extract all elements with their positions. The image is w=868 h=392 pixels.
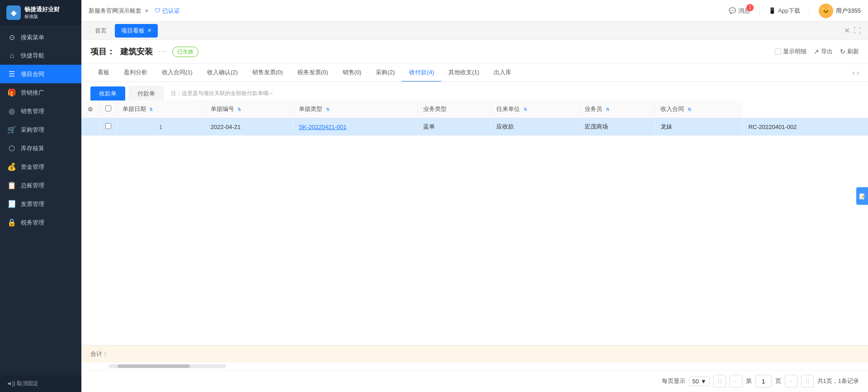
doc-no-link[interactable]: SK-20220421-001 [299, 124, 347, 130]
sidebar-unpin-btn[interactable]: ◄)) 取消固定 [0, 375, 81, 392]
project-status-badge: 已生效 [172, 47, 198, 57]
search-icon: ⊙ [7, 33, 16, 42]
th-biz-type: 业务类型 [417, 100, 491, 118]
maximize-window-btn[interactable]: ⛶ [854, 27, 861, 35]
show-detail-checkbox[interactable]: 显示明细 [775, 48, 807, 56]
select-all-checkbox[interactable] [105, 105, 111, 111]
th-salesman[interactable]: 业务员 ⇅ [579, 100, 655, 118]
first-page-btn[interactable]: ⟨⟨ [713, 375, 726, 387]
project-more-icon[interactable]: ··· [158, 48, 167, 56]
page-content: 项目： 建筑安装 ··· 已生效 显示明细 ↗ 导出 ↻ 刷新 [81, 40, 868, 392]
export-icon: ↗ [814, 48, 819, 55]
sub-tab-kanban[interactable]: 看板 [90, 64, 117, 82]
page-size-arrow-icon: ▼ [701, 378, 707, 385]
certified-label: 已认证 [162, 7, 180, 15]
total-info: 共1页，1条记录 [817, 377, 859, 385]
app-download-label: App下载 [778, 7, 800, 15]
fund-icon: 💰 [7, 163, 16, 171]
inventory-icon: ⬡ [7, 144, 16, 153]
sort-icon-4: ⇅ [524, 107, 527, 112]
sidebar-item-quick-nav[interactable]: ⌂ 快捷导航 [0, 47, 81, 65]
prev-tab-icon[interactable]: ‹ [852, 69, 854, 77]
scrollbar-area [81, 363, 868, 370]
logo-text: 畅捷通好业财 标准版 [24, 6, 60, 19]
sub-tab-income-confirm[interactable]: 收入确认(2) [200, 64, 245, 82]
sidebar-item-label: 税务管理 [21, 219, 44, 227]
workspace-name: 新服务官网演示账套 [89, 7, 142, 15]
sidebar-item-project-contract[interactable]: ☰ 项目合同 [0, 65, 81, 83]
top-header: 新服务官网演示账套 ▼ 🛡 已认证 💬 消息 1 📱 App下载 🐱 [81, 0, 868, 22]
sidebar-item-label: 发票管理 [21, 200, 44, 208]
export-btn[interactable]: ↗ 导出 [814, 48, 833, 56]
page-number-input[interactable] [755, 375, 772, 387]
sub-tab-kanban-label: 看板 [98, 69, 109, 76]
tab-home[interactable]: 首页 [89, 24, 113, 38]
prev-page-btn[interactable]: ‹ [730, 375, 742, 387]
sales-icon: ◎ [7, 107, 16, 115]
sub-tab-profit-label: 盈利分析 [124, 69, 147, 76]
close-window-btn[interactable]: ✕ [844, 26, 850, 35]
th-checkbox[interactable] [99, 100, 117, 118]
th-doc-no[interactable]: 单据编号 ⇅ [205, 100, 293, 118]
sub-tab-income-contract[interactable]: 收入合同(1) [155, 64, 200, 82]
next-page-btn[interactable]: › [785, 375, 797, 387]
last-page-btn[interactable]: ⟩⟩ [801, 375, 814, 387]
td-checkbox[interactable] [99, 118, 117, 136]
svg-text:🐱: 🐱 [821, 6, 830, 15]
sub-tab-sales-invoice[interactable]: 销售发票(0) [245, 64, 290, 82]
messages-btn[interactable]: 💬 消息 1 [729, 7, 750, 15]
th-income-contract[interactable]: 收入合同 ⇅ [655, 100, 743, 118]
sidebar-item-marketing[interactable]: 🎁 营销推广 [0, 83, 81, 102]
page-size-select[interactable]: 50 ▼ [689, 377, 709, 386]
page-unit: 页 [775, 377, 781, 385]
th-doc-type[interactable]: 单据类型 ⇅ [293, 100, 417, 118]
sub-tab-other-income[interactable]: 其他收支(1) [441, 64, 486, 82]
workspace-selector[interactable]: 新服务官网演示账套 ▼ [89, 7, 149, 15]
sidebar-item-label: 营销推广 [21, 89, 44, 97]
sidebar-item-ledger-mgmt[interactable]: 📋 总账管理 [0, 176, 81, 195]
sidebar-item-label: 采购管理 [21, 126, 44, 134]
inner-tabs: 收款单 付款单 注：这里是与项目关联的全部收付款单哦～ [81, 82, 868, 100]
sidebar-item-inventory[interactable]: ⬡ 库存核算 [0, 139, 81, 158]
app-download-btn[interactable]: 📱 App下载 [769, 7, 800, 15]
sidebar-item-tax-mgmt[interactable]: 🔒 税务管理 [0, 213, 81, 232]
tab-project-board[interactable]: 项目看板 ✕ [115, 24, 158, 38]
refresh-label: 刷新 [847, 48, 859, 56]
th-settings[interactable]: ⚙ [81, 100, 99, 118]
export-label: 导出 [821, 48, 833, 56]
refresh-btn[interactable]: ↻ 刷新 [840, 48, 859, 56]
inner-tab-payment[interactable]: 付款单 [129, 86, 164, 100]
sidebar-item-invoice-mgmt[interactable]: 🧾 发票管理 [0, 195, 81, 213]
sub-tab-purchase[interactable]: 采购(2) [368, 64, 402, 82]
horizontal-scrollbar[interactable] [108, 364, 226, 368]
th-doc-date[interactable]: 单据日期 ⇅ [117, 100, 205, 118]
gift-icon: 🎁 [7, 88, 16, 97]
sub-tab-purchase-label: 采购(2) [376, 69, 395, 76]
certified-badge: 🛡 已认证 [155, 7, 180, 15]
scroll-thumb[interactable] [118, 364, 190, 368]
tab-home-label: 首页 [95, 27, 107, 34]
user-label: 用户3355 [836, 7, 861, 15]
sub-tab-in-out[interactable]: 出入库 [486, 64, 519, 82]
sidebar-item-search[interactable]: ⊙ 搜索菜单 [0, 28, 81, 47]
header-divider-2 [809, 6, 810, 15]
sub-tab-payment[interactable]: 收付款(4) [402, 64, 441, 82]
inner-tab-receipt[interactable]: 收款单 [90, 86, 125, 100]
sub-tab-sales[interactable]: 销售(0) [335, 64, 369, 82]
tab-close-icon[interactable]: ✕ [147, 28, 151, 33]
pagination: 每页显示 50 ▼ ⟨⟨ ‹ 第 页 › ⟩⟩ 共1页，1条记录 [81, 370, 868, 392]
td-row-num: 1 [117, 118, 205, 136]
sub-tab-profit[interactable]: 盈利分析 [117, 64, 155, 82]
inner-tab-receipt-label: 收款单 [99, 90, 117, 97]
next-tab-icon[interactable]: › [857, 69, 859, 77]
sub-tab-tax-invoice[interactable]: 税务发票(0) [290, 64, 335, 82]
th-counterpart[interactable]: 往来单位 ⇅ [491, 100, 579, 118]
sidebar-item-sales-mgmt[interactable]: ◎ 销售管理 [0, 102, 81, 120]
feedback-btn[interactable]: 📝 [856, 187, 868, 205]
sidebar-item-fund-mgmt[interactable]: 💰 资金管理 [0, 158, 81, 176]
user-info[interactable]: 🐱 用户3355 [819, 4, 861, 18]
row-checkbox[interactable] [105, 123, 111, 129]
table-row: 1 2022-04-21 SK-20220421-001 蓝单 应收款 [81, 118, 868, 136]
invoice-icon: 🧾 [7, 200, 16, 208]
sidebar-item-purchase-mgmt[interactable]: 🛒 采购管理 [0, 120, 81, 139]
